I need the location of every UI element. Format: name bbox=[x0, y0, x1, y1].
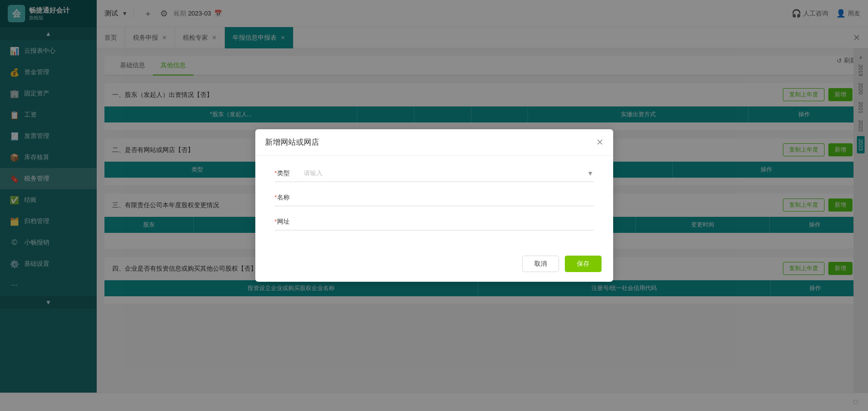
form-field-type: *类型 ▼ bbox=[275, 167, 594, 182]
url-label: *网址 bbox=[275, 217, 304, 226]
modal-close-button[interactable]: ✕ bbox=[596, 137, 603, 148]
modal-body: *类型 ▼ *名称 *网址 bbox=[255, 156, 613, 248]
name-input[interactable] bbox=[304, 192, 594, 203]
url-input[interactable] bbox=[304, 216, 594, 227]
modal-add-website: 新增网站或网店 ✕ *类型 ▼ *名称 bbox=[255, 129, 613, 282]
url-required-star: * bbox=[275, 218, 277, 225]
cancel-button[interactable]: 取消 bbox=[522, 256, 559, 272]
form-field-url: *网址 bbox=[275, 216, 594, 230]
type-required-star: * bbox=[275, 169, 277, 177]
modal-footer: 取消 保存 bbox=[255, 248, 613, 282]
modal-overlay: 新增网站或网店 ✕ *类型 ▼ *名称 bbox=[0, 0, 868, 411]
modal-header: 新增网站或网店 ✕ bbox=[255, 129, 613, 156]
form-row-url: *网址 bbox=[275, 216, 594, 230]
save-button[interactable]: 保存 bbox=[565, 256, 602, 272]
type-label: *类型 bbox=[275, 169, 304, 178]
type-input[interactable] bbox=[304, 167, 587, 179]
modal-title: 新增网站或网店 bbox=[265, 137, 319, 148]
form-row-name: *名称 bbox=[275, 192, 594, 206]
name-required-star: * bbox=[275, 194, 277, 201]
form-field-name: *名称 bbox=[275, 192, 594, 206]
type-dropdown-icon[interactable]: ▼ bbox=[587, 169, 594, 177]
form-row-type: *类型 ▼ bbox=[275, 167, 594, 182]
name-label: *名称 bbox=[275, 193, 304, 202]
